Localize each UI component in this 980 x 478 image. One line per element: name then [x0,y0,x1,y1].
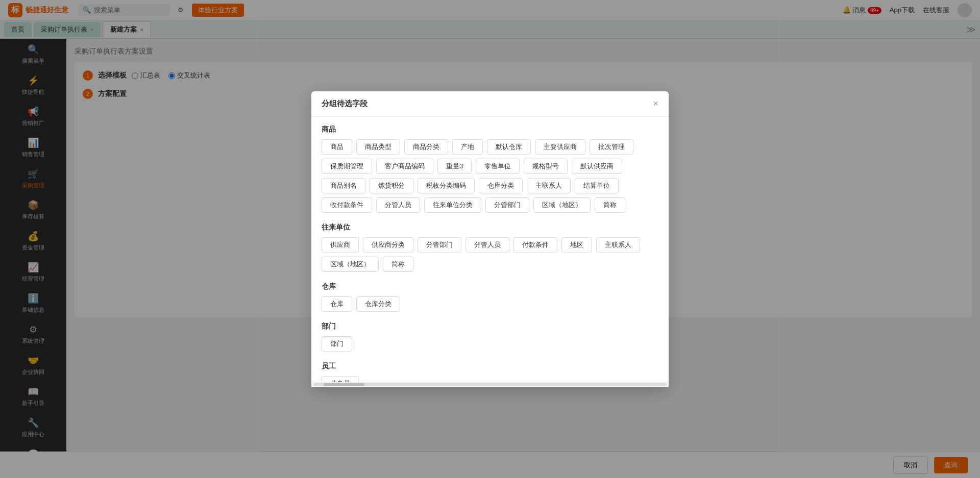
field-tags-employee: 业务员 [322,376,658,383]
field-tag-warehouse-1[interactable]: 仓库 [322,296,352,312]
field-tag-warehouse-2[interactable]: 仓库分类 [356,296,400,312]
field-tags-dept: 部门 [322,336,658,351]
field-tag-product-8[interactable]: 保质期管理 [322,159,372,174]
field-tag-product-16[interactable]: 税收分类编码 [418,178,475,193]
field-tag-product-4[interactable]: 产地 [452,139,483,155]
field-tag-product-5[interactable]: 默认仓库 [487,139,531,155]
field-tag-product-14[interactable]: 商品别名 [322,178,365,193]
field-tag-partner-4[interactable]: 分管人员 [465,237,509,253]
field-tag-employee-1[interactable]: 业务员 [322,376,359,383]
field-tags-product: 商品 商品类型 商品分类 产地 默认仓库 主要供应商 批次管理 保质期管理 客户… [322,139,658,213]
field-tags-warehouse: 仓库 仓库分类 [322,296,658,312]
field-group-employee-title: 员工 [322,362,658,371]
field-tag-product-21[interactable]: 分管人员 [376,197,420,213]
field-tag-product-10[interactable]: 重量3 [437,159,472,174]
field-group-dept-title: 部门 [322,322,658,331]
field-tag-product-23[interactable]: 分管部门 [485,197,529,213]
field-tag-partner-8[interactable]: 区域（地区） [322,257,379,272]
modal: 分组待选字段 × 商品 商品 商品类型 商品分类 产地 默认仓库 主要供应商 批… [311,91,669,387]
field-tag-product-24[interactable]: 区域（地区） [533,197,591,213]
field-tag-product-17[interactable]: 仓库分类 [479,178,523,193]
field-tag-product-18[interactable]: 主联系人 [527,178,571,193]
field-group-warehouse-title: 仓库 [322,282,658,291]
field-tag-dept-1[interactable]: 部门 [322,336,352,351]
field-group-partner: 往来单位 供应商 供应商分类 分管部门 分管人员 付款条件 地区 主联系人 区域… [322,223,658,272]
field-tag-product-9[interactable]: 客户商品编码 [376,159,433,174]
field-tag-product-6[interactable]: 主要供应商 [535,139,585,155]
modal-body[interactable]: 商品 商品 商品类型 商品分类 产地 默认仓库 主要供应商 批次管理 保质期管理… [311,117,669,383]
modal-hscroll-thumb[interactable] [324,383,364,386]
field-tag-product-20[interactable]: 收付款条件 [322,197,372,213]
field-group-partner-title: 往来单位 [322,223,658,232]
modal-hscroll[interactable] [311,382,669,387]
field-tag-partner-7[interactable]: 主联系人 [596,237,640,253]
field-tag-partner-3[interactable]: 分管部门 [418,237,461,253]
field-tag-partner-1[interactable]: 供应商 [322,237,359,253]
field-tag-partner-2[interactable]: 供应商分类 [363,237,413,253]
field-group-warehouse: 仓库 仓库 仓库分类 [322,282,658,312]
field-tag-product-12[interactable]: 规格型号 [524,159,568,174]
field-tag-product-13[interactable]: 默认供应商 [572,159,622,174]
field-tag-product-3[interactable]: 商品分类 [404,139,448,155]
field-group-product: 商品 商品 商品类型 商品分类 产地 默认仓库 主要供应商 批次管理 保质期管理… [322,125,658,213]
modal-header: 分组待选字段 × [311,91,669,117]
field-tags-partner: 供应商 供应商分类 分管部门 分管人员 付款条件 地区 主联系人 区域（地区） … [322,237,658,272]
field-tag-product-15[interactable]: 炼货积分 [370,178,413,193]
field-tag-product-7[interactable]: 批次管理 [590,139,633,155]
modal-hscroll-track [313,383,667,386]
modal-close-button[interactable]: × [653,98,658,109]
field-tag-product-11[interactable]: 零售单位 [476,159,520,174]
field-tag-partner-9[interactable]: 简称 [383,257,413,272]
field-tag-product-1[interactable]: 商品 [322,139,352,155]
field-group-dept: 部门 部门 [322,322,658,351]
field-tag-product-2[interactable]: 商品类型 [356,139,400,155]
field-group-employee: 员工 业务员 [322,362,658,383]
modal-overlay: 分组待选字段 × 商品 商品 商品类型 商品分类 产地 默认仓库 主要供应商 批… [0,0,980,478]
field-group-product-title: 商品 [322,125,658,134]
field-tag-partner-5[interactable]: 付款条件 [513,237,557,253]
field-tag-product-25[interactable]: 简称 [595,197,625,213]
field-tag-product-19[interactable]: 结算单位 [575,178,619,193]
field-tag-partner-6[interactable]: 地区 [561,237,592,253]
field-tag-product-22[interactable]: 往来单位分类 [424,197,481,213]
modal-title: 分组待选字段 [322,99,368,109]
